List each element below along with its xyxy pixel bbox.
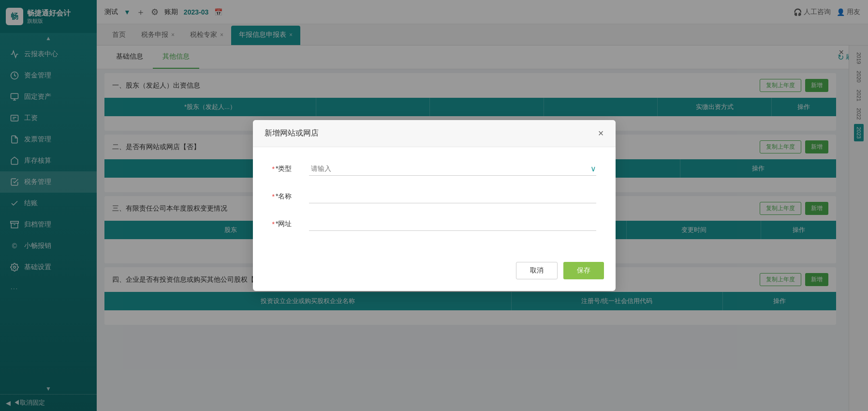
modal-title: 新增网站或网店 (265, 128, 319, 138)
name-input[interactable] (309, 189, 596, 203)
modal-body: **类型 ∨ **名称 **网址 (253, 147, 616, 254)
name-label: **名称 (272, 192, 301, 201)
url-label: **网址 (272, 220, 301, 228)
modal-close-button[interactable]: × (598, 128, 604, 139)
type-label: **类型 (272, 165, 301, 173)
modal-header: 新增网站或网店 × (253, 120, 616, 147)
modal-footer: 取消 保存 (253, 254, 616, 291)
type-input[interactable] (309, 162, 590, 175)
modal-overlay: 新增网站或网店 × **类型 ∨ **名称 (0, 0, 868, 411)
type-input-wrapper: ∨ (309, 162, 596, 176)
form-row-name: **名称 (272, 189, 596, 203)
form-row-url: **网址 (272, 217, 596, 231)
type-dropdown-arrow[interactable]: ∨ (590, 164, 596, 173)
form-row-type: **类型 ∨ (272, 162, 596, 176)
cancel-button[interactable]: 取消 (516, 262, 558, 279)
url-input[interactable] (309, 217, 596, 231)
save-button[interactable]: 保存 (563, 262, 604, 279)
modal-add-website: 新增网站或网店 × **类型 ∨ **名称 (253, 120, 616, 291)
